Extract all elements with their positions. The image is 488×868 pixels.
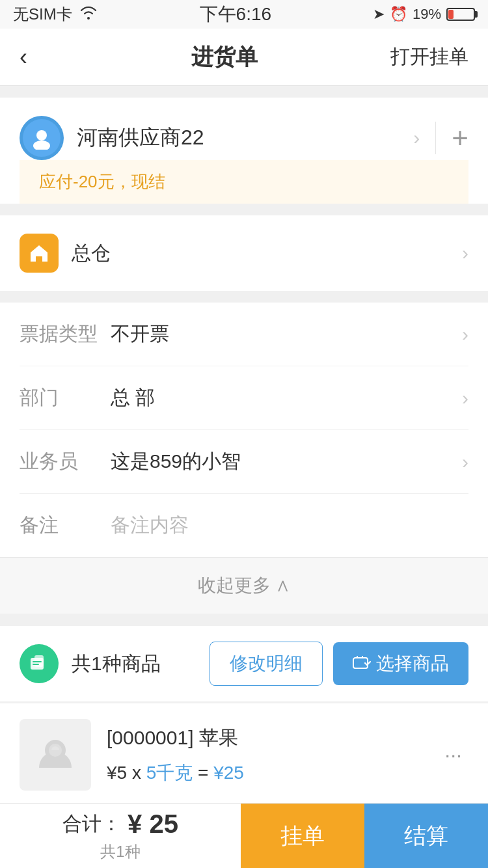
footer-total-amount: ¥ 25 bbox=[128, 809, 178, 839]
product-info: [0000001] 苹果 ¥5 x 5千克 = ¥25 bbox=[107, 725, 438, 785]
product-equals-sign: = bbox=[198, 763, 213, 783]
product-multiply-sign: x bbox=[132, 763, 146, 783]
supplier-divider bbox=[435, 122, 436, 154]
battery-icon bbox=[446, 8, 475, 21]
location-icon: ➤ bbox=[373, 6, 385, 23]
pending-button[interactable]: 挂单 bbox=[241, 804, 364, 868]
add-supplier-button[interactable]: + bbox=[452, 124, 468, 152]
section-divider-4 bbox=[0, 614, 488, 625]
page-title: 进货单 bbox=[191, 42, 258, 72]
dept-row[interactable]: 部门 总 部 › bbox=[20, 366, 468, 430]
dept-label: 部门 bbox=[20, 385, 111, 411]
remark-row[interactable]: 备注 备注内容 bbox=[20, 494, 468, 557]
products-count: 共1种商品 bbox=[72, 651, 210, 677]
form-fields-section: 票据类型 不开票 › 部门 总 部 › 业务员 这是859的小智 › 备注 备注… bbox=[0, 303, 488, 557]
section-divider-3 bbox=[0, 291, 488, 303]
sales-chevron-icon: › bbox=[462, 451, 468, 473]
supplier-row[interactable]: 河南供应商22 › + bbox=[20, 98, 468, 160]
remark-value[interactable]: 备注内容 bbox=[111, 512, 468, 539]
footer-total: 合计： ¥ 25 共1种 bbox=[0, 804, 241, 868]
product-thumbnail bbox=[20, 719, 91, 791]
back-button[interactable]: ‹ bbox=[20, 44, 59, 71]
product-total: ¥25 bbox=[213, 763, 244, 783]
supplier-chevron-icon: › bbox=[413, 127, 420, 149]
carrier-text: 无SIM卡 bbox=[13, 4, 72, 25]
warehouse-section: 总仓 › bbox=[0, 215, 488, 291]
select-product-button[interactable]: 选择商品 bbox=[333, 642, 468, 685]
products-header: 共1种商品 修改明细 选择商品 bbox=[0, 625, 488, 701]
product-code: [0000001] bbox=[107, 727, 193, 748]
warehouse-row[interactable]: 总仓 › bbox=[20, 215, 468, 291]
warehouse-chevron-icon: › bbox=[462, 242, 468, 264]
status-bar-left: 无SIM卡 bbox=[13, 4, 98, 25]
product-title: 苹果 bbox=[199, 727, 238, 748]
status-bar-time: 下午6:16 bbox=[200, 2, 272, 27]
warehouse-icon bbox=[20, 234, 59, 273]
invoice-row[interactable]: 票据类型 不开票 › bbox=[20, 303, 468, 366]
sales-row[interactable]: 业务员 这是859的小智 › bbox=[20, 430, 468, 494]
invoice-value: 不开票 bbox=[111, 321, 455, 347]
invoice-label: 票据类型 bbox=[20, 321, 111, 347]
dept-value: 总 部 bbox=[111, 385, 455, 411]
nav-bar: ‹ 进货单 打开挂单 bbox=[0, 29, 488, 86]
section-divider-2 bbox=[0, 204, 488, 215]
footer-total-row: 合计： ¥ 25 bbox=[62, 809, 178, 839]
sales-value: 这是859的小智 bbox=[111, 448, 455, 475]
battery-percentage: 19% bbox=[413, 6, 441, 23]
sales-label: 业务员 bbox=[20, 448, 111, 475]
checkout-button[interactable]: 结算 bbox=[364, 804, 488, 868]
svg-point-1 bbox=[33, 141, 50, 150]
edit-detail-button[interactable]: 修改明细 bbox=[210, 642, 323, 686]
wifi-icon bbox=[79, 5, 98, 23]
product-more-button[interactable]: ··· bbox=[438, 737, 468, 774]
product-name: [0000001] 苹果 bbox=[107, 725, 438, 752]
products-icon bbox=[20, 644, 59, 683]
open-pending-button[interactable]: 打开挂单 bbox=[390, 44, 468, 70]
bottom-bar: 合计： ¥ 25 共1种 挂单 结算 bbox=[0, 803, 488, 868]
section-divider-1 bbox=[0, 86, 488, 98]
supplier-avatar bbox=[20, 116, 64, 160]
footer-total-label: 合计： bbox=[62, 811, 121, 837]
warehouse-name: 总仓 bbox=[72, 240, 455, 267]
footer-sub-label: 共1种 bbox=[100, 841, 140, 862]
select-product-icon bbox=[353, 653, 371, 674]
product-qty: 5千克 bbox=[146, 763, 193, 783]
collapse-more-button[interactable]: 收起更多 ∧ bbox=[0, 557, 488, 614]
supplier-name: 河南供应商22 bbox=[77, 124, 407, 152]
alarm-icon: ⏰ bbox=[390, 6, 407, 23]
supplier-section: 河南供应商22 › + 应付-20元，现结 bbox=[0, 98, 488, 204]
svg-point-0 bbox=[36, 130, 47, 141]
invoice-chevron-icon: › bbox=[462, 323, 468, 346]
product-item: [0000001] 苹果 ¥5 x 5千克 = ¥25 ··· bbox=[0, 703, 488, 806]
dept-chevron-icon: › bbox=[462, 387, 468, 409]
status-bar: 无SIM卡 下午6:16 ➤ ⏰ 19% bbox=[0, 0, 488, 29]
remark-label: 备注 bbox=[20, 512, 111, 539]
select-product-label: 选择商品 bbox=[376, 651, 449, 676]
status-bar-right: ➤ ⏰ 19% bbox=[373, 6, 475, 23]
product-unit-price: ¥5 bbox=[107, 763, 127, 783]
product-price: ¥5 x 5千克 = ¥25 bbox=[107, 761, 438, 785]
balance-notice: 应付-20元，现结 bbox=[20, 160, 468, 204]
